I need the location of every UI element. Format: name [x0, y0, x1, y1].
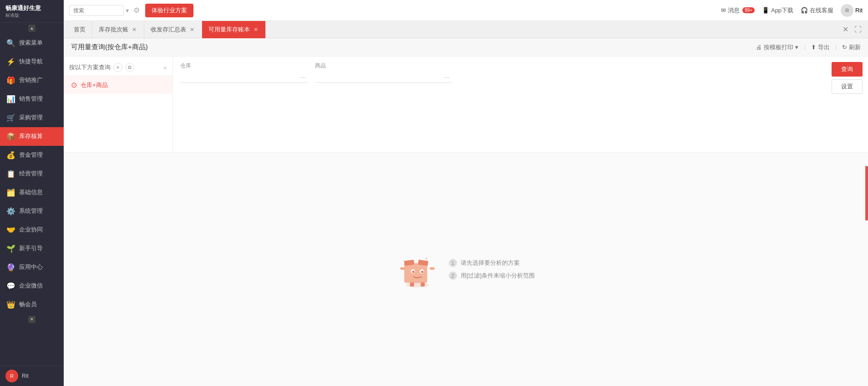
- empty-tips: 1 请先选择要分析的方案 2 用[过滤]条件来缩小分析范围: [449, 259, 535, 280]
- tab-receipt-summary-label: 收发存汇总表: [151, 26, 186, 34]
- warehouse-label: 仓库: [180, 62, 308, 70]
- sidebar-item-basic[interactable]: 🗂️ 基础信息: [0, 183, 64, 202]
- print-template-btn[interactable]: 🖨 按模板打印 ▾: [756, 43, 798, 51]
- tab-available-qty[interactable]: 可用量库存账本 ✕: [202, 21, 266, 38]
- export-btn[interactable]: ⬆ 导出: [811, 43, 830, 51]
- sidebar-item-label: 销售管理: [19, 95, 43, 103]
- right-scrollbar[interactable]: [865, 166, 868, 221]
- sidebar-item-purchase[interactable]: 🛒 采购管理: [0, 108, 64, 127]
- filter-row-1: 仓库 ··· 商品 ···: [180, 62, 824, 83]
- svg-rect-11: [421, 283, 425, 287]
- warehouse-select-btn[interactable]: ···: [299, 73, 308, 81]
- operation-icon: 📋: [6, 170, 15, 178]
- online-service-btn[interactable]: 🎧 在线客服: [801, 6, 833, 15]
- sidebar-item-label: 基础信息: [19, 188, 43, 196]
- scheme-warehouse-product[interactable]: ⊙ 仓库+商品: [64, 76, 173, 94]
- phone-icon: 📱: [762, 7, 769, 14]
- settings-scheme-btn[interactable]: ⚙: [125, 63, 134, 72]
- industry-solution-button[interactable]: 体验行业方案: [145, 4, 193, 17]
- sidebar-item-label: 系统管理: [19, 207, 43, 215]
- app-download-btn[interactable]: 📱 App下载: [762, 6, 793, 15]
- sidebar-item-label: 快捷导航: [19, 57, 43, 66]
- tab-available-qty-close[interactable]: ✕: [253, 26, 259, 33]
- sidebar-item-label: 搜索菜单: [19, 39, 43, 47]
- tab-home[interactable]: 首页: [67, 21, 92, 38]
- search-dropdown-icon[interactable]: ▾: [126, 7, 129, 14]
- sidebar-item-system[interactable]: ⚙️ 系统管理: [0, 202, 64, 221]
- sidebar-item-label: 企业微信: [19, 282, 43, 290]
- refresh-btn[interactable]: ↻ 刷新: [842, 43, 861, 51]
- marketing-icon: 🎁: [6, 76, 15, 85]
- divider2: |: [835, 44, 837, 51]
- svg-rect-8: [400, 268, 405, 270]
- tip-num-2: 2: [449, 272, 457, 280]
- svg-rect-9: [430, 268, 435, 270]
- topbar-search-area: ▾: [69, 5, 129, 16]
- message-btn[interactable]: ✉ 消息 99+: [721, 6, 755, 15]
- warehouse-filter: 仓库 ···: [180, 62, 308, 83]
- warehouse-input[interactable]: [180, 74, 299, 81]
- system-icon: ⚙️: [6, 207, 15, 216]
- message-label: 消息: [728, 6, 740, 15]
- sidebar-item-finance[interactable]: 💰 资金管理: [0, 146, 64, 165]
- sidebar-item-label: 采购管理: [19, 113, 43, 122]
- tab-receipt-summary-close[interactable]: ✕: [189, 26, 195, 33]
- sidebar-item-newguide[interactable]: 🌱 新手引导: [0, 239, 64, 258]
- sidebar-item-label: 经营管理: [19, 170, 43, 178]
- inventory-icon: 📦: [6, 132, 15, 141]
- product-input[interactable]: [315, 74, 442, 81]
- topbar-username: Rit: [855, 7, 863, 14]
- username-label: Rit: [22, 373, 29, 379]
- empty-tip-2: 2 用[过滤]条件来缩小分析范围: [449, 272, 535, 280]
- message-badge: 99+: [742, 7, 755, 13]
- user-avatar-area[interactable]: R Rit: [841, 4, 863, 17]
- query-area: 按以下方案查询 + ⚙ « ⊙ 仓库+商品 仓库: [64, 57, 868, 152]
- newguide-icon: 🌱: [6, 244, 15, 253]
- scheme-collapse-btn[interactable]: «: [163, 64, 167, 71]
- tabbar-expand-btn[interactable]: ⛶: [852, 23, 864, 36]
- sidebar-item-inventory[interactable]: 📦 库存核算: [0, 127, 64, 146]
- action-buttons: 查询 设置: [832, 57, 868, 152]
- product-select-btn[interactable]: ···: [442, 73, 452, 81]
- sidebar-item-wechat[interactable]: 💬 企业微信: [0, 277, 64, 295]
- settings-button[interactable]: 设置: [832, 79, 863, 94]
- export-label: 导出: [818, 43, 830, 51]
- page-header: 可用量查询(按仓库+商品) 🖨 按模板打印 ▾ | ⬆ 导出 | ↻ 刷新: [64, 38, 868, 57]
- sidebar-item-shortcut[interactable]: ⚡ 快捷导航: [0, 52, 64, 71]
- scheme-item-label: 仓库+商品: [81, 81, 108, 89]
- sidebar-item-cooperation[interactable]: 🤝 企业协同: [0, 221, 64, 239]
- svg-text:✦: ✦: [402, 259, 405, 263]
- product-label: 商品: [315, 62, 452, 70]
- empty-state-content: ✦ ✦ 1 请先选择要分析的方案 2 用[过滤]条件来缩小分析范围: [397, 249, 535, 290]
- tab-receipt-summary[interactable]: 收发存汇总表 ✕: [144, 21, 202, 38]
- tabbar-close-btn[interactable]: ✕: [839, 23, 852, 36]
- scheme-panel-header: 按以下方案查询 + ⚙ «: [64, 61, 173, 76]
- tab-batch-account-close[interactable]: ✕: [131, 26, 137, 33]
- query-button[interactable]: 查询: [832, 62, 863, 77]
- add-scheme-btn[interactable]: +: [113, 63, 122, 72]
- scroll-down-btn[interactable]: ▼: [28, 316, 36, 323]
- topbar-right-actions: ✉ 消息 99+ 📱 App下载 🎧 在线客服 R Rit: [721, 4, 863, 17]
- basic-icon: 🗂️: [6, 188, 15, 197]
- sidebar-item-appcenter[interactable]: 🔮 应用中心: [0, 258, 64, 277]
- sidebar-item-member[interactable]: 👑 畅会员: [0, 295, 64, 314]
- sidebar-item-search[interactable]: 🔍 搜索菜单: [0, 34, 64, 52]
- print-dropdown-icon[interactable]: ▾: [795, 44, 798, 51]
- sidebar-item-sales[interactable]: 📊 销售管理: [0, 90, 64, 108]
- tab-home-label: 首页: [74, 26, 86, 34]
- sales-icon: 📊: [6, 95, 15, 103]
- scroll-up-btn[interactable]: ▲: [28, 25, 36, 32]
- empty-illustration: ✦ ✦: [397, 249, 438, 290]
- settings-gear-icon[interactable]: ⚙: [133, 6, 140, 15]
- sidebar-item-label: 库存核算: [19, 132, 43, 140]
- user-profile[interactable]: R Rit: [0, 365, 64, 386]
- tab-batch-account[interactable]: 库存批次账 ✕: [92, 21, 144, 38]
- sidebar-item-marketing[interactable]: 🎁 营销推广: [0, 71, 64, 90]
- sidebar-item-operation[interactable]: 📋 经营管理: [0, 165, 64, 183]
- scheme-panel: 按以下方案查询 + ⚙ « ⊙ 仓库+商品: [64, 57, 173, 152]
- refresh-label: 刷新: [849, 43, 861, 51]
- warehouse-input-wrap: ···: [180, 72, 308, 83]
- topbar: ▾ ⚙ 体验行业方案 ✉ 消息 99+ 📱 App下载 🎧 在线客服 R Rit: [64, 0, 868, 21]
- search-input[interactable]: [69, 5, 124, 16]
- member-icon: 👑: [6, 300, 15, 309]
